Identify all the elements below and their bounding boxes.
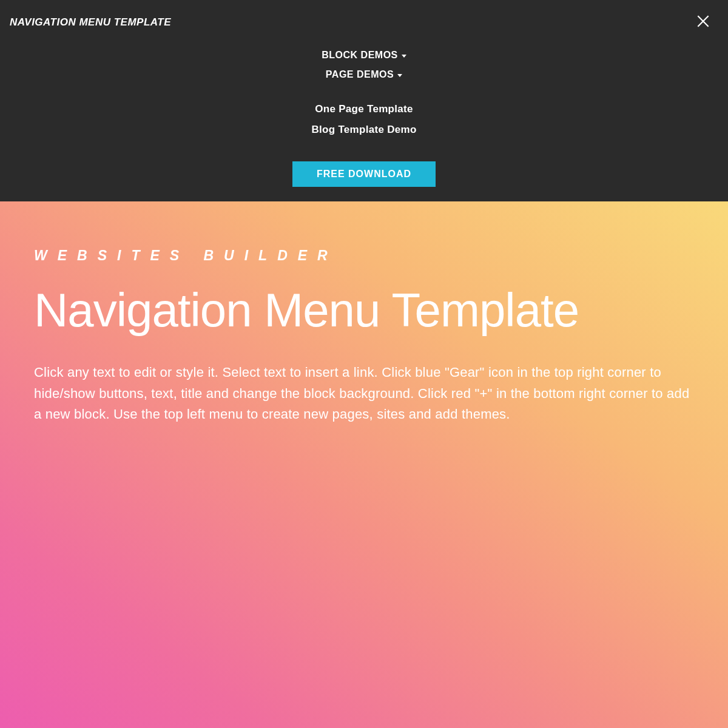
brand-title: NAVIGATION MENU TEMPLATE bbox=[10, 16, 171, 29]
nav-block-demos[interactable]: BLOCK DEMOS bbox=[322, 50, 406, 61]
hero-title: Navigation Menu Template bbox=[34, 286, 694, 335]
nav-one-page-template[interactable]: One Page Template bbox=[315, 103, 413, 115]
nav-block-demos-label: BLOCK DEMOS bbox=[322, 50, 398, 61]
free-download-button[interactable]: FREE DOWNLOAD bbox=[292, 161, 436, 187]
chevron-down-icon bbox=[397, 74, 402, 77]
hero-supertitle: WEBSITES BUILDER bbox=[34, 248, 694, 264]
nav-page-demos[interactable]: PAGE DEMOS bbox=[326, 69, 402, 80]
nav-page-demos-label: PAGE DEMOS bbox=[326, 69, 394, 80]
hero-section: WEBSITES BUILDER Navigation Menu Templat… bbox=[0, 201, 728, 728]
hero-description: Click any text to edit or style it. Sele… bbox=[34, 362, 694, 425]
nav-blog-template-demo[interactable]: Blog Template Demo bbox=[311, 124, 416, 136]
nav-menu: BLOCK DEMOS PAGE DEMOS One Page Template… bbox=[0, 41, 728, 187]
header-top-bar: NAVIGATION MENU TEMPLATE bbox=[0, 0, 728, 41]
nav-sublinks: One Page Template Blog Template Demo bbox=[311, 103, 416, 136]
chevron-down-icon bbox=[402, 55, 406, 58]
close-icon[interactable] bbox=[693, 11, 713, 34]
header-nav: NAVIGATION MENU TEMPLATE BLOCK DEMOS PAG… bbox=[0, 0, 728, 201]
